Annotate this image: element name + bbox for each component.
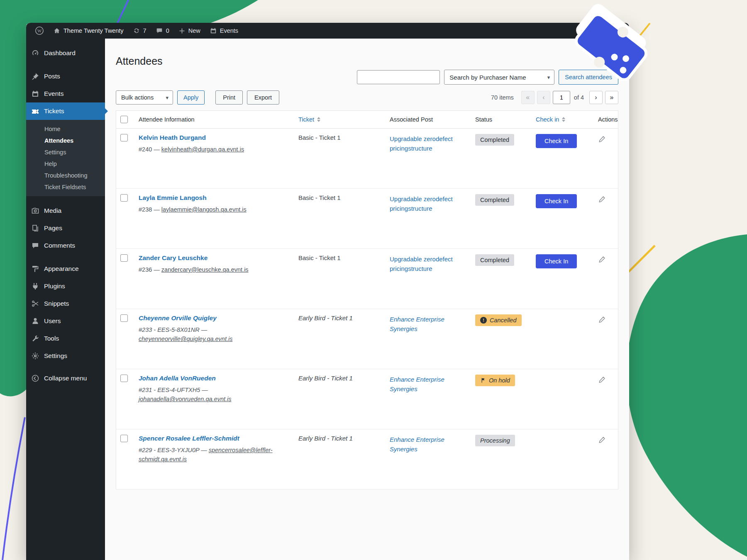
- row-checkbox[interactable]: [120, 194, 128, 202]
- edit-attendee-icon[interactable]: [598, 436, 606, 444]
- site-name-link[interactable]: Theme Twenty Twenty: [49, 23, 128, 39]
- sidebar-item-settings[interactable]: Settings: [26, 347, 105, 365]
- check-in-button[interactable]: Check In: [536, 134, 577, 148]
- next-page-button[interactable]: ›: [589, 91, 603, 104]
- sidebar-item-media[interactable]: Media: [26, 202, 105, 219]
- plugins-icon: [31, 282, 39, 290]
- comments-indicator[interactable]: 0: [151, 23, 174, 39]
- search-attendees-button[interactable]: Search attendees: [559, 70, 618, 85]
- prev-page-button[interactable]: ‹: [537, 91, 550, 104]
- attendee-name-link[interactable]: Zander Cary Leuschke: [139, 254, 208, 262]
- search-filter-select[interactable]: Search by Purchaser Name ▾: [444, 70, 554, 85]
- attendee-row: Zander Cary Leuschke #236 — zandercary@l…: [116, 249, 618, 309]
- search-input[interactable]: [357, 70, 440, 84]
- tickets-submenu: HomeAttendeesSettingsHelpTroubleshooting…: [26, 120, 105, 196]
- attendee-row: Cheyenne Orville Quigley #233 - EES-5-8X…: [116, 309, 618, 369]
- print-button[interactable]: Print: [215, 90, 243, 105]
- associated-post-link[interactable]: Upgradable zerodefect pricingstructure: [390, 194, 461, 214]
- sidebar-item-users[interactable]: Users: [26, 312, 105, 330]
- tools-icon: [31, 334, 39, 343]
- row-checkbox[interactable]: [120, 314, 128, 322]
- edit-attendee-icon[interactable]: [598, 256, 606, 263]
- table-body: Kelvin Heath Durgand #240 — kelvinheath@…: [116, 129, 618, 489]
- collapse-menu-button[interactable]: Collapse menu: [26, 370, 105, 387]
- sidebar-item-events[interactable]: Events: [26, 85, 105, 102]
- associated-post-link[interactable]: Enhance Enterprise Synergies: [390, 314, 461, 334]
- row-checkbox[interactable]: [120, 134, 128, 141]
- pages-icon: [31, 224, 39, 232]
- comments-icon: [31, 241, 39, 250]
- attendee-name-link[interactable]: Johan Adella VonRueden: [139, 375, 216, 382]
- col-header-post: Associated Post: [386, 111, 471, 128]
- search-row: Search by Purchaser Name ▾ Search attend…: [116, 70, 618, 85]
- wordpress-logo-button[interactable]: W: [30, 23, 49, 39]
- attendee-name-link[interactable]: Layla Emmie Langosh: [139, 194, 207, 202]
- new-content-button[interactable]: New: [174, 23, 205, 39]
- updates-indicator[interactable]: 7: [128, 23, 151, 39]
- edit-attendee-icon[interactable]: [598, 195, 606, 203]
- apply-button[interactable]: Apply: [177, 90, 205, 105]
- bulk-actions-select[interactable]: Bulk actions ▾: [116, 90, 173, 105]
- table-header-row: Attendee Information Ticket Associated P…: [116, 111, 618, 129]
- dashboard-icon: [31, 49, 39, 57]
- submenu-item-ticket-fieldsets[interactable]: Ticket Fieldsets: [26, 181, 105, 193]
- attendee-name-link[interactable]: Spencer Rosalee Leffler-Schmidt: [139, 435, 239, 442]
- flag-icon: [480, 377, 486, 383]
- attendee-email-link[interactable]: kelvinheath@durgan.qa.evnt.is: [161, 146, 244, 153]
- row-checkbox[interactable]: [120, 254, 128, 262]
- submenu-item-settings[interactable]: Settings: [26, 146, 105, 158]
- status-badge: Completed: [475, 254, 514, 266]
- row-checkbox[interactable]: [120, 375, 128, 382]
- col-header-checkin-sort[interactable]: Check in: [536, 116, 565, 123]
- attendee-email-link[interactable]: cheyenneorville@quigley.qa.evnt.is: [139, 336, 232, 342]
- status-badge: !Cancelled: [475, 314, 522, 326]
- associated-post-link[interactable]: Enhance Enterprise Synergies: [390, 435, 461, 454]
- col-header-actions: Actions: [594, 111, 618, 128]
- attendee-email-link[interactable]: laylaemmie@langosh.qa.evnt.is: [161, 206, 247, 213]
- submenu-item-help[interactable]: Help: [26, 158, 105, 170]
- associated-post-link[interactable]: Upgradable zerodefect pricingstructure: [390, 254, 461, 274]
- sidebar-item-comments[interactable]: Comments: [26, 237, 105, 254]
- associated-post-link[interactable]: Upgradable zerodefect pricingstructure: [390, 134, 461, 153]
- row-checkbox[interactable]: [120, 435, 128, 442]
- sidebar-item-tickets[interactable]: Tickets: [26, 102, 105, 120]
- sidebar-item-tools[interactable]: Tools: [26, 330, 105, 347]
- current-page-input[interactable]: [553, 91, 570, 104]
- check-in-button[interactable]: Check In: [536, 194, 577, 208]
- sidebar-item-snippets[interactable]: Snippets: [26, 295, 105, 312]
- first-page-button[interactable]: «: [521, 91, 535, 104]
- col-header-ticket-sort[interactable]: Ticket: [298, 116, 320, 123]
- events-admin-link[interactable]: Events: [205, 23, 243, 39]
- submenu-item-attendees[interactable]: Attendees: [26, 135, 105, 146]
- attendee-name-link[interactable]: Cheyenne Orville Quigley: [139, 314, 217, 322]
- page-title: Attendees: [116, 55, 629, 67]
- calendar-icon: [210, 27, 217, 34]
- submenu-item-home[interactable]: Home: [26, 123, 105, 135]
- sidebar-item-pages[interactable]: Pages: [26, 219, 105, 237]
- last-page-button[interactable]: »: [605, 91, 618, 104]
- events-icon: [31, 90, 39, 98]
- edit-attendee-icon[interactable]: [598, 135, 606, 143]
- items-count: 70 items: [491, 94, 514, 101]
- attendee-name-link[interactable]: Kelvin Heath Durgand: [139, 134, 206, 141]
- check-in-button[interactable]: Check In: [536, 254, 577, 268]
- select-all-checkbox[interactable]: [120, 116, 128, 123]
- sidebar-item-dashboard[interactable]: Dashboard: [26, 44, 105, 62]
- ticket-name: Early Bird - Ticket 1: [294, 309, 386, 369]
- events-label: Events: [220, 27, 238, 34]
- media-icon: [31, 207, 39, 215]
- submenu-item-troubleshooting[interactable]: Troubleshooting: [26, 170, 105, 181]
- sidebar-item-plugins[interactable]: Plugins: [26, 278, 105, 295]
- edit-attendee-icon[interactable]: [598, 376, 606, 384]
- attendee-email-link[interactable]: johanadella@vonrueden.qa.evnt.is: [139, 396, 232, 402]
- collapse-icon: [31, 374, 39, 382]
- associated-post-link[interactable]: Enhance Enterprise Synergies: [390, 375, 461, 394]
- edit-attendee-icon[interactable]: [598, 316, 606, 324]
- attendee-email-link[interactable]: zandercary@leuschke.qa.evnt.is: [161, 266, 249, 273]
- sidebar-item-posts[interactable]: Posts: [26, 68, 105, 85]
- comments-count: 0: [166, 27, 169, 34]
- export-button[interactable]: Export: [247, 90, 279, 105]
- sidebar-item-appearance[interactable]: Appearance: [26, 260, 105, 278]
- updates-count: 7: [143, 27, 146, 34]
- status-badge: Processing: [475, 435, 515, 446]
